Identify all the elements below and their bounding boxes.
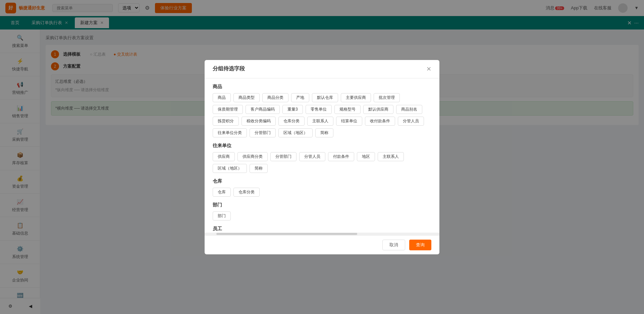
field-tag-2-0[interactable]: 仓库 [213, 188, 231, 197]
modal-header: 分组待选字段 ✕ [205, 60, 439, 78]
modal-close-button[interactable]: ✕ [426, 65, 431, 73]
field-tag-0-2[interactable]: 商品分类 [262, 93, 288, 102]
field-tag-0-16[interactable]: 仓库分类 [278, 117, 305, 126]
field-group-title-2: 仓库 [213, 178, 431, 184]
field-tag-1-4[interactable]: 付款条件 [328, 152, 354, 161]
field-tag-0-13[interactable]: 商品别名 [396, 105, 422, 114]
field-tag-1-6[interactable]: 主联系人 [378, 152, 404, 161]
field-tag-1-7[interactable]: 区域（地区） [213, 164, 247, 173]
field-tag-1-2[interactable]: 分管部门 [270, 152, 297, 161]
field-tag-0-20[interactable]: 分管人员 [398, 117, 424, 126]
modal-horizontal-scrollbar[interactable] [205, 233, 439, 235]
field-group-title-3: 部门 [213, 202, 431, 208]
field-tag-1-1[interactable]: 供应商分类 [237, 152, 268, 161]
modal-title: 分组待选字段 [213, 65, 245, 72]
field-tag-0-7[interactable]: 保质期管理 [213, 105, 243, 114]
field-tags-3: 部门 [213, 211, 431, 221]
field-tag-3-0[interactable]: 部门 [213, 211, 231, 221]
field-tag-0-17[interactable]: 主联系人 [307, 117, 333, 126]
field-tags-2: 仓库仓库分类 [213, 188, 431, 197]
field-tag-0-14[interactable]: 拣货积分 [213, 117, 239, 126]
modal-body: 商品商品商品类型商品分类产地默认仓库主要供应商批次管理保质期管理客户商品编码重量… [205, 78, 439, 233]
modal-dialog: 分组待选字段 ✕ 商品商品商品类型商品分类产地默认仓库主要供应商批次管理保质期管… [205, 60, 439, 254]
field-group-1: 往来单位供应商供应商分类分管部门分管人员付款条件地区主联系人区域（地区）简称 [213, 143, 431, 173]
field-tag-1-5[interactable]: 地区 [357, 152, 375, 161]
cancel-button[interactable]: 取消 [382, 240, 405, 250]
field-tag-0-15[interactable]: 税收分类编码 [241, 117, 276, 126]
field-tag-0-8[interactable]: 客户商品编码 [246, 105, 280, 114]
field-tag-0-3[interactable]: 产地 [291, 93, 309, 102]
field-tag-1-8[interactable]: 简称 [250, 164, 268, 173]
field-tag-0-24[interactable]: 简称 [315, 128, 333, 137]
field-tag-1-3[interactable]: 分管人员 [299, 152, 325, 161]
field-tag-2-1[interactable]: 仓库分类 [233, 188, 260, 197]
field-tag-0-19[interactable]: 收付款条件 [365, 117, 395, 126]
field-tag-0-9[interactable]: 重量3 [282, 105, 303, 114]
field-group-4: 员工业务员 [213, 226, 431, 233]
field-group-title-0: 商品 [213, 84, 431, 90]
field-group-title-4: 员工 [213, 226, 431, 232]
modal-footer: 取消 查询 [205, 235, 439, 254]
field-tag-0-5[interactable]: 主要供应商 [341, 93, 371, 102]
field-group-title-1: 往来单位 [213, 143, 431, 149]
field-group-2: 仓库仓库仓库分类 [213, 178, 431, 197]
field-tag-0-12[interactable]: 默认供应商 [363, 105, 393, 114]
field-tag-0-11[interactable]: 规格型号 [334, 105, 361, 114]
field-group-3: 部门部门 [213, 202, 431, 221]
confirm-button[interactable]: 查询 [409, 240, 431, 250]
field-tag-0-1[interactable]: 商品类型 [233, 93, 260, 102]
field-tag-1-0[interactable]: 供应商 [213, 152, 235, 161]
field-tag-0-10[interactable]: 零售单位 [306, 105, 332, 114]
field-tags-1: 供应商供应商分类分管部门分管人员付款条件地区主联系人区域（地区）简称 [213, 152, 431, 173]
field-tag-0-0[interactable]: 商品 [213, 93, 231, 102]
field-tag-0-23[interactable]: 区域（地区） [278, 128, 313, 137]
modal-overlay: 分组待选字段 ✕ 商品商品商品类型商品分类产地默认仓库主要供应商批次管理保质期管… [0, 0, 644, 314]
field-tag-0-6[interactable]: 批次管理 [374, 93, 400, 102]
field-tag-0-18[interactable]: 结算单位 [336, 117, 362, 126]
field-group-0: 商品商品商品类型商品分类产地默认仓库主要供应商批次管理保质期管理客户商品编码重量… [213, 84, 431, 137]
field-tags-0: 商品商品类型商品分类产地默认仓库主要供应商批次管理保质期管理客户商品编码重量3零… [213, 93, 431, 137]
field-tag-0-22[interactable]: 分管部门 [250, 128, 276, 137]
field-tag-0-21[interactable]: 往来单位分类 [213, 128, 247, 137]
scrollbar-thumb [216, 233, 357, 235]
field-tag-0-4[interactable]: 默认仓库 [312, 93, 338, 102]
